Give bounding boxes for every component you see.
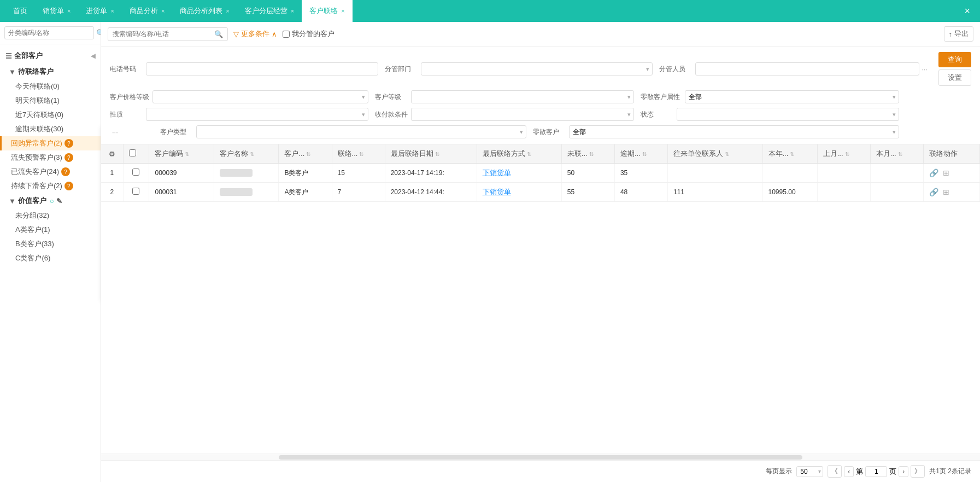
nav-product-analysis-list[interactable]: 商品分析列表 × (172, 0, 237, 22)
close-product-analysis-icon[interactable]: × (161, 8, 165, 14)
close-sales-order-icon[interactable]: × (67, 8, 71, 14)
sidebar-root-all-customers[interactable]: ☰ 全部客户 ◀ (0, 48, 101, 64)
repurchase-hint-icon[interactable]: ? (64, 139, 73, 148)
last-method-link-1[interactable]: 下销货单 (483, 188, 511, 196)
nav-home[interactable]: 首页 (5, 0, 35, 22)
sidebar-item-b-class[interactable]: B类客户(33) (4, 237, 101, 251)
nav-sales-order[interactable]: 销货单 × (35, 0, 78, 22)
follow-up-section: ▼ 待联络客户 今天待联络(0) 明天待联络(1) 近7天待联络(0) 逾期未联… (0, 64, 101, 136)
col-last-month-header[interactable]: 上月... ⇅ (817, 144, 870, 164)
per-page-label: 每页显示 (766, 467, 792, 476)
row-select-checkbox-1[interactable] (132, 188, 139, 195)
value-manage-icon[interactable]: ✎ (56, 197, 62, 205)
action-more-icon-1[interactable]: ⊞ (943, 188, 949, 196)
sidebar-item-c-class[interactable]: C类客户(6) (4, 251, 101, 265)
filter-retail-select-wrap: 全部 ▾ (685, 90, 899, 103)
filter-dept-select[interactable] (421, 62, 653, 76)
sidebar-item-repurchase-anomaly[interactable]: 回购异常客户(2) ? (0, 136, 101, 150)
query-button[interactable]: 查询 (938, 52, 971, 67)
sidebar-item-a-class[interactable]: A类客户(1) (4, 223, 101, 237)
page-number-input[interactable] (865, 466, 887, 477)
filter-payment-select[interactable] (411, 108, 633, 121)
prev-page-button[interactable]: ‹ (844, 466, 854, 477)
per-page-select[interactable]: 50 100 (796, 466, 823, 477)
nav-customer-contact[interactable]: 客户联络 × (302, 0, 352, 22)
filter-level-select-wrap: ▾ (411, 90, 633, 103)
sidebar-item-tomorrow[interactable]: 明天待联络(1) (4, 94, 101, 108)
filter-price-select[interactable] (152, 90, 368, 103)
filter-status-select-wrap: ▾ (677, 108, 899, 121)
col-last-contact-header[interactable]: 最后联络日期 ⇅ (385, 144, 477, 164)
filter-retail-select[interactable]: 全部 (685, 90, 899, 103)
window-close-button[interactable]: × (960, 5, 975, 17)
col-gear[interactable]: ⚙ (101, 144, 123, 164)
row4-ellipsis[interactable]: ··· (112, 128, 118, 136)
export-button[interactable]: ↑ 导出 (944, 26, 974, 42)
select-all-checkbox[interactable] (129, 149, 136, 156)
sidebar-item-overdue[interactable]: 逾期未联络(30) (4, 122, 101, 136)
close-product-list-icon[interactable]: × (226, 8, 229, 14)
gear-settings-icon[interactable]: ⚙ (109, 150, 115, 158)
col-type-header[interactable]: 客户... ⇅ (279, 144, 332, 164)
col-name-header[interactable]: 客户名称 ⇅ (214, 144, 278, 164)
filter-person-select[interactable] (695, 62, 919, 76)
filter-phone-input[interactable] (146, 62, 378, 76)
col-last-method-header[interactable]: 最后联络方式 ⇅ (477, 144, 561, 164)
col-this-year-header[interactable]: 本年... ⇅ (762, 144, 817, 164)
my-customers-filter[interactable]: 我分管的客户 (283, 29, 335, 39)
action-link-icon-0[interactable]: 🔗 (929, 169, 938, 177)
filter-retail-cust-select[interactable]: 全部 (569, 125, 899, 138)
col-code-header[interactable]: 客户编码 ⇅ (149, 144, 214, 164)
main-search-input[interactable] (113, 30, 212, 38)
settings-button[interactable]: 设置 (938, 69, 971, 86)
filter-nature-select[interactable] (146, 108, 368, 121)
sidebar-item-7days[interactable]: 近7天待联络(0) (4, 108, 101, 122)
value-edit-icon[interactable]: ○ (50, 197, 54, 205)
filter-row-2: 客户价格等级 ▾ 客户等级 ▾ (110, 90, 971, 103)
nav-purchase-order[interactable]: 进货单 × (78, 0, 121, 22)
close-stratification-icon[interactable]: × (291, 8, 294, 14)
horizontal-scrollbar[interactable] (101, 454, 980, 460)
filter-person-ellipsis[interactable]: ··· (922, 65, 928, 73)
sidebar-item-today[interactable]: 今天待联络(0) (4, 79, 101, 94)
filter-level-select[interactable] (411, 90, 633, 103)
loss-hint-icon[interactable]: ? (64, 153, 73, 162)
col-company-contact-header[interactable]: 往来单位联系人 ⇅ (668, 144, 763, 164)
col-contact-count-header[interactable]: 联络... ⇅ (332, 144, 385, 164)
main-search-icon[interactable]: 🔍 (214, 30, 223, 38)
sidebar-item-loss-warning[interactable]: 流失预警客户(3) ? (0, 150, 101, 165)
table-row: 2 000031 A类客户 7 2023-04-12 14:44: 下销货单 5… (101, 183, 980, 202)
filter-type-select[interactable] (196, 125, 526, 138)
action-more-icon-0[interactable]: ⊞ (943, 169, 949, 177)
col-uncontacted-header[interactable]: 未联... ⇅ (561, 144, 614, 164)
more-filters-button[interactable]: ▽ 更多条件 ∧ (233, 29, 277, 39)
row-select-checkbox-0[interactable] (132, 169, 139, 176)
last-method-link-0[interactable]: 下销货单 (483, 169, 511, 177)
col-this-month-header[interactable]: 本月... ⇅ (870, 144, 923, 164)
lost-hint-icon[interactable]: ? (61, 167, 70, 176)
nav-product-analysis[interactable]: 商品分析 × (122, 0, 172, 22)
sidebar-item-ungroups[interactable]: 未分组(32) (4, 208, 101, 223)
value-section-title[interactable]: ▼ 价值客户 ○ ✎ (4, 193, 101, 208)
my-customers-checkbox[interactable] (283, 31, 290, 38)
toolbar-right: ↑ 导出 (944, 26, 974, 42)
decline-hint-icon[interactable]: ? (64, 182, 73, 190)
last-page-button[interactable]: 》 (911, 465, 925, 478)
sidebar-search-icon[interactable]: 🔍 (96, 29, 101, 37)
filter-status-select[interactable] (677, 108, 899, 121)
action-link-icon-1[interactable]: 🔗 (929, 188, 938, 196)
sidebar-item-declining[interactable]: 持续下滑客户(2) ? (0, 179, 101, 193)
close-contact-icon[interactable]: × (341, 8, 344, 14)
sidebar-item-already-lost[interactable]: 已流失客户(24) ? (0, 165, 101, 179)
close-purchase-icon[interactable]: × (110, 8, 114, 14)
col-overdue-header[interactable]: 逾期... ⇅ (614, 144, 667, 164)
page-total-label: 共1页 2条记录 (929, 467, 971, 476)
next-page-button[interactable]: › (899, 466, 908, 477)
collapse-icon[interactable]: ◀ (91, 53, 95, 60)
filter-row-3: 性质 ▾ 收付款条件 ▾ (110, 108, 971, 121)
nav-customer-stratification[interactable]: 客户分层经营 × (237, 0, 302, 22)
follow-up-title[interactable]: ▼ 待联络客户 (4, 64, 101, 79)
first-page-button[interactable]: 《 (828, 465, 842, 478)
scrollbar-thumb[interactable] (279, 455, 802, 460)
sidebar-search-input[interactable] (4, 26, 94, 39)
